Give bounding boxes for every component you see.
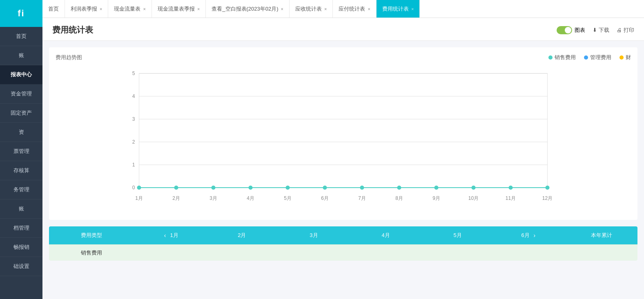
sidebar-item-basic-settings[interactable]: 础设置 <box>0 257 42 276</box>
tab-close-cashflow[interactable]: × <box>143 7 145 11</box>
td-ytd-sales <box>566 249 637 257</box>
td-type-sales: 销售费用 <box>49 245 134 261</box>
svg-text:2: 2 <box>132 139 135 145</box>
th-m6: 6月 › <box>494 231 566 239</box>
svg-text:1: 1 <box>132 162 135 168</box>
table-section: 费用类型 ‹ 1月 2月 3月 4月 5月 <box>49 226 637 261</box>
sidebar-item-fixed-assets[interactable]: 固定资产 <box>0 104 42 123</box>
sidebar-item-fund-mgmt[interactable]: 资金管理 <box>0 84 42 104</box>
chart-toggle-label: 图表 <box>575 27 585 34</box>
sidebar-item-archive[interactable]: 档管理 <box>0 219 42 238</box>
page-header: 费用统计表 图表 ⬇ 下载 🖨 打印 <box>42 18 644 41</box>
td-m2-sales <box>206 249 278 257</box>
point-12 <box>546 186 550 190</box>
next-month-button[interactable]: › <box>531 231 538 239</box>
tab-expense-stats[interactable]: 费用统计表 × <box>377 0 420 18</box>
sidebar-item-home[interactable]: 首页 <box>0 27 42 46</box>
print-button[interactable]: 🖨 打印 <box>617 27 634 34</box>
chart-toggle[interactable] <box>557 26 572 34</box>
tab-close-expense-stats[interactable]: × <box>411 7 414 11</box>
tab-bar: 首页 利润表季报 × 现金流量表 × 现金流量表季报 × 查看_空白报表(202… <box>42 0 644 18</box>
tab-payable-stats[interactable]: 应付统计表 × <box>333 0 376 18</box>
th-m1: ‹ 1月 <box>134 231 206 239</box>
sidebar-logo: fi <box>0 0 42 27</box>
td-m6-sales <box>494 249 566 257</box>
sidebar-item-service-mgmt[interactable]: 务管理 <box>0 180 42 199</box>
sidebar-item-report-center[interactable]: 报表中心 <box>0 65 42 84</box>
svg-text:4月: 4月 <box>247 195 254 201</box>
tab-close-payable-stats[interactable]: × <box>368 7 370 11</box>
tab-view-blank-report[interactable]: 查看_空白报表(2023年02月) × <box>206 0 290 18</box>
main-area: 首页 利润表季报 × 现金流量表 × 现金流量表季报 × 查看_空白报表(202… <box>42 0 644 299</box>
sidebar-item-ticket-mgmt[interactable]: 票管理 <box>0 142 42 161</box>
line-chart-svg: 0 1 2 3 4 5 1月 2月 3月 4月 5月 6月 7月 <box>56 65 631 212</box>
legend-label-sales: 销售费用 <box>555 54 576 61</box>
table-header: 费用类型 ‹ 1月 2月 3月 4月 5月 <box>49 226 637 244</box>
svg-text:11月: 11月 <box>506 195 516 201</box>
svg-text:9月: 9月 <box>432 195 440 201</box>
sidebar-item-ledger[interactable]: 账 <box>0 46 42 65</box>
legend-admin-expense: 管理费用 <box>584 54 611 61</box>
svg-text:2月: 2月 <box>172 195 180 201</box>
point-7 <box>360 186 364 190</box>
th-m3: 3月 <box>278 232 350 239</box>
legend-label-admin: 管理费用 <box>590 54 611 61</box>
th-type: 费用类型 <box>49 232 134 239</box>
point-2 <box>174 186 178 190</box>
tab-profit-quarterly[interactable]: 利润表季报 × <box>65 0 108 18</box>
tab-close-profit-quarterly[interactable]: × <box>100 7 102 11</box>
point-1 <box>137 186 141 190</box>
legend-finance-expense: 财 <box>619 54 631 61</box>
svg-text:1月: 1月 <box>135 195 143 201</box>
tab-close-receivable-stats[interactable]: × <box>324 7 327 11</box>
chart-title: 费用趋势图 <box>56 54 82 61</box>
svg-text:0: 0 <box>132 185 135 190</box>
tab-cashflow-quarterly[interactable]: 现金流量表季报 × <box>152 0 206 18</box>
table-row: 销售费用 <box>49 244 637 261</box>
tab-close-view-blank-report[interactable]: × <box>281 7 283 11</box>
svg-text:3月: 3月 <box>209 195 217 201</box>
point-9 <box>435 186 439 190</box>
sidebar-item-stock-calc[interactable]: 存核算 <box>0 161 42 180</box>
tab-receivable-stats[interactable]: 应收统计表 × <box>290 0 333 18</box>
chart-svg: 0 1 2 3 4 5 1月 2月 3月 4月 5月 6月 7月 <box>56 65 631 213</box>
point-6 <box>323 186 327 190</box>
download-icon: ⬇ <box>593 27 597 33</box>
page-title: 费用统计表 <box>52 24 93 35</box>
svg-text:4: 4 <box>132 93 135 99</box>
legend-sales-expense: 销售费用 <box>548 54 576 61</box>
print-icon: 🖨 <box>617 27 622 33</box>
td-m4-sales <box>350 249 422 257</box>
point-5 <box>286 186 290 190</box>
point-11 <box>509 186 513 190</box>
sidebar-item-clearance[interactable]: 畅报销 <box>0 238 42 257</box>
chart-legend: 销售费用 管理费用 财 <box>548 54 631 61</box>
svg-rect-12 <box>139 73 548 188</box>
svg-text:8月: 8月 <box>395 195 403 201</box>
sidebar-item-account[interactable]: 账 <box>0 199 42 219</box>
legend-dot-admin <box>584 55 588 60</box>
legend-dot-sales <box>548 55 553 60</box>
svg-text:10月: 10月 <box>468 195 479 201</box>
th-m4: 4月 <box>350 232 422 239</box>
svg-text:12月: 12月 <box>542 195 553 201</box>
tab-close-cashflow-quarterly[interactable]: × <box>197 7 200 11</box>
sidebar-item-investment[interactable]: 资 <box>0 123 42 142</box>
svg-text:5月: 5月 <box>284 195 292 201</box>
svg-text:7月: 7月 <box>358 195 366 201</box>
prev-month-button[interactable]: ‹ <box>162 231 169 239</box>
download-button[interactable]: ⬇ 下载 <box>593 27 609 34</box>
chart-container: 费用趋势图 销售费用 管理费用 财 <box>49 47 637 220</box>
header-actions: 图表 ⬇ 下载 🖨 打印 <box>557 26 634 34</box>
svg-text:6月: 6月 <box>321 195 329 201</box>
chart-toggle-wrap[interactable]: 图表 <box>557 26 585 34</box>
point-3 <box>212 186 216 190</box>
point-4 <box>249 186 253 190</box>
svg-text:3: 3 <box>132 116 135 122</box>
td-m5-sales <box>422 249 494 257</box>
svg-text:5: 5 <box>132 71 135 76</box>
th-m2: 2月 <box>206 232 278 239</box>
sidebar: fi 首页 账 报表中心 资金管理 固定资产 资 票管理 存核算 务管理 账 档… <box>0 0 42 299</box>
tab-home[interactable]: 首页 <box>42 0 65 18</box>
tab-cashflow[interactable]: 现金流量表 × <box>108 0 152 18</box>
